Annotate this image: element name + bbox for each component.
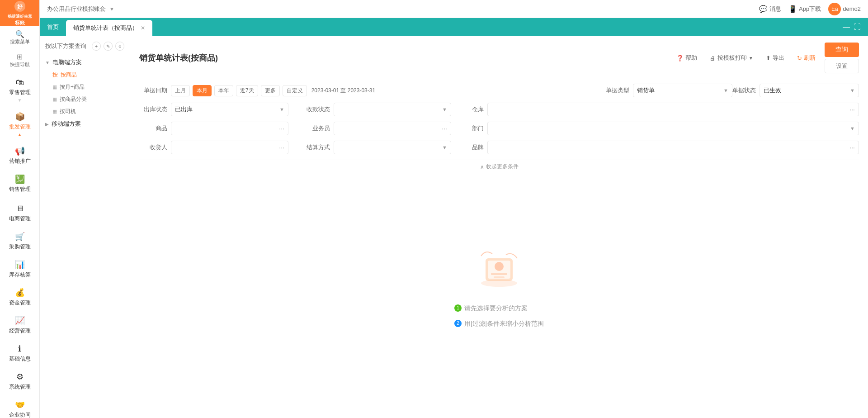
- date-btn-last-7days[interactable]: 近7天: [236, 85, 258, 96]
- sidebar-item-ecommerce[interactable]: 🖥 电商管理: [0, 200, 39, 227]
- tab-close-icon[interactable]: ✕: [141, 25, 145, 31]
- receiver-filter[interactable]: ···: [171, 141, 288, 154]
- warehouse-dots-icon[interactable]: ···: [849, 106, 855, 113]
- top-header: 办公用品行业模拟账套 ▼ 💬 消息 📱 App下载 Ea demo2: [40, 0, 868, 18]
- tree-item-by-goods[interactable]: 按 按商品: [52, 69, 130, 81]
- goods-label: 商品: [139, 124, 171, 133]
- tree-item-by-category[interactable]: ▦ 按商品分类: [52, 93, 130, 105]
- date-btn-this-month[interactable]: 本月: [193, 85, 212, 96]
- add-scheme-btn[interactable]: +: [92, 42, 101, 51]
- empty-text: 1 请先选择要分析的方案 2 用[过滤]条件来缩小分析范围: [454, 302, 544, 330]
- sidebar-item-sales[interactable]: 💹 销售管理: [0, 170, 39, 198]
- type-label: 单据类型: [606, 86, 633, 95]
- settings-button[interactable]: 设置: [825, 59, 859, 73]
- sidebar-item-ops[interactable]: 📈 经营管理: [0, 311, 39, 339]
- settle-label: 结算方式: [307, 143, 334, 152]
- left-panel-header: 按以下方案查询 + ✎ «: [40, 42, 130, 54]
- date-btn-custom[interactable]: 自定义: [283, 85, 307, 96]
- sidebar-item-inventory[interactable]: 📊 库存核算: [0, 255, 39, 283]
- refresh-btn[interactable]: ↻ 刷新: [793, 52, 819, 64]
- active-tab-label: 销货单统计表（按商品）: [73, 24, 138, 32]
- svg-rect-6: [491, 273, 507, 275]
- staff-filter[interactable]: ···: [334, 122, 451, 135]
- ecommerce-label: 电商管理: [9, 215, 31, 223]
- filter-row-2: 出库状态 已出库 ▼ 收款状态 ▼ 仓库 ···: [139, 103, 859, 116]
- sidebar-item-marketing[interactable]: 📢 营销推广: [0, 142, 39, 170]
- settle-filter[interactable]: ▼: [334, 141, 451, 154]
- app-logo-sub: 标账: [15, 19, 25, 26]
- tree-item-by-month-goods[interactable]: ▦ 按月+商品: [52, 81, 130, 93]
- message-btn[interactable]: 💬 消息: [759, 5, 781, 13]
- dept-dropdown-icon: ▼: [850, 126, 855, 131]
- sidebar-item-basic[interactable]: ℹ 基础信息: [0, 339, 39, 367]
- empty-state: 1 请先选择要分析的方案 2 用[过滤]条件来缩小分析范围: [130, 179, 868, 418]
- stock-value: 已出库: [175, 105, 193, 114]
- collapse-panel-btn[interactable]: «: [115, 42, 124, 51]
- system-label: 系统管理: [9, 383, 31, 391]
- stock-filter[interactable]: 已出库 ▼: [171, 103, 288, 116]
- tree-mobile-label: 移动端方案: [52, 120, 81, 128]
- sales-icon: 💹: [15, 174, 25, 184]
- tree-pc-section[interactable]: ▼ 电脑端方案: [40, 56, 130, 69]
- step2-text: 用[过滤]条件来缩小分析范围: [464, 317, 544, 330]
- brand-label: 品牌: [469, 143, 487, 152]
- query-button[interactable]: 查询: [825, 43, 859, 57]
- export-btn[interactable]: ⬆ 导出: [762, 52, 788, 64]
- print-btn[interactable]: 🖨 按模板打印 ▼: [706, 52, 757, 64]
- query-action-group: 查询 设置: [825, 43, 859, 73]
- staff-dots-icon[interactable]: ···: [442, 125, 447, 132]
- sidebar-item-retail[interactable]: 🛍 零售管理 ▼: [0, 73, 39, 107]
- date-range-display: 2023-03-01 至 2023-03-31: [311, 87, 375, 95]
- svg-rect-7: [494, 276, 505, 278]
- date-btn-more[interactable]: 更多: [261, 85, 280, 96]
- brand-dots-icon[interactable]: ···: [849, 144, 855, 151]
- help-btn[interactable]: ❓ 帮助: [673, 52, 701, 64]
- tab-minimize-icon[interactable]: —: [843, 23, 850, 31]
- tab-sales-stats[interactable]: 销货单统计表（按商品） ✕: [66, 20, 152, 36]
- print-label: 按模板打印: [717, 54, 747, 62]
- dept-filter[interactable]: ▼: [487, 122, 859, 135]
- sidebar-search[interactable]: 🔍 搜索菜单: [0, 26, 39, 49]
- empty-illustration: [472, 240, 526, 294]
- sidebar-item-system[interactable]: ⚙ 系统管理: [0, 367, 39, 395]
- date-btn-this-year[interactable]: 本年: [214, 85, 233, 96]
- goods-filter[interactable]: ···: [171, 122, 288, 135]
- tree-mobile-section[interactable]: ▶ 移动端方案: [40, 118, 130, 130]
- user-menu[interactable]: Ea demo2: [828, 3, 861, 15]
- help-icon: ❓: [676, 55, 684, 62]
- sidebar-item-finance[interactable]: 💰 资金管理: [0, 283, 39, 311]
- tab-maximize-icon[interactable]: ⛶: [854, 23, 861, 31]
- svg-point-5: [495, 262, 504, 271]
- date-filter-control: 上月 本月 本年 近7天 更多 自定义 2023-03-01 至 2023-03…: [171, 85, 606, 96]
- app-download-btn[interactable]: 📱 App下载: [788, 5, 821, 13]
- sidebar-item-wholesale[interactable]: 📦 批发管理 ▲: [0, 107, 39, 142]
- date-btn-last-month[interactable]: 上月: [171, 85, 190, 96]
- sidebar-item-purchase[interactable]: 🛒 采购管理: [0, 227, 39, 255]
- goods-dots-icon[interactable]: ···: [279, 125, 284, 132]
- step1-text: 请先选择要分析的方案: [464, 302, 528, 314]
- inventory-label: 库存核算: [9, 271, 31, 279]
- brand-filter[interactable]: ···: [487, 141, 859, 154]
- type-value: 销货单: [637, 86, 655, 95]
- tree-item-by-driver[interactable]: ▦ 按司机: [52, 105, 130, 118]
- industry-name: 办公用品行业模拟账套: [47, 5, 106, 13]
- print-dropdown-icon: ▼: [749, 56, 753, 61]
- receiver-dots-icon[interactable]: ···: [279, 144, 284, 151]
- tab-home[interactable]: 首页: [40, 18, 66, 36]
- receipt-filter[interactable]: ▼: [334, 103, 451, 116]
- warehouse-filter[interactable]: ···: [487, 103, 859, 116]
- driver-icon: ▦: [52, 109, 57, 114]
- by-driver-label: 按司机: [60, 108, 76, 115]
- type-filter[interactable]: 销货单 ▼: [633, 84, 732, 97]
- collapse-bar[interactable]: ∧ 收起更多条件: [139, 160, 859, 173]
- status-filter[interactable]: 已生效 ▼: [760, 84, 859, 97]
- ops-icon: 📈: [15, 316, 25, 326]
- tree-mobile-expand-icon: ▶: [45, 122, 49, 127]
- export-icon: ⬆: [766, 55, 771, 62]
- sidebar-quick-nav[interactable]: ⊞ 快捷导航: [0, 49, 39, 71]
- page-title: 销货单统计表(按商品): [139, 52, 218, 63]
- refresh-icon: ↻: [797, 55, 802, 62]
- sidebar-item-enterprise[interactable]: 🤝 企业协同: [0, 395, 39, 418]
- chevron-down-icon[interactable]: ▼: [109, 6, 114, 12]
- edit-scheme-btn[interactable]: ✎: [104, 42, 113, 51]
